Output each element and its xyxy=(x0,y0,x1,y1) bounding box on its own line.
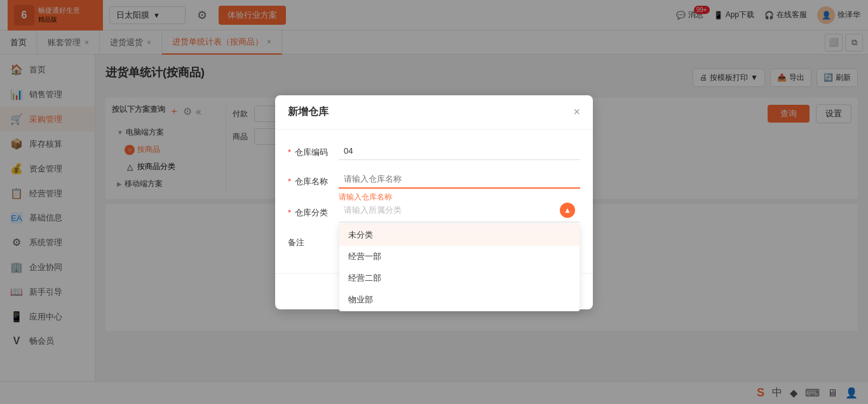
dropdown-item-property[interactable]: 物业部 xyxy=(339,289,580,311)
select-up-arrow-icon: ▲ xyxy=(560,203,575,218)
form-row-code: * 仓库编码 xyxy=(288,142,580,160)
modal-body: * 仓库编码 * 仓库名称 请输入仓库名称 xyxy=(275,130,593,273)
category-field-label: * 仓库分类 xyxy=(288,203,339,219)
warehouse-name-input[interactable] xyxy=(339,170,580,189)
category-select-trigger[interactable]: 请输入所属分类 ▲ xyxy=(339,199,580,222)
dropdown-item-uncategorized[interactable]: 未分类 xyxy=(339,224,580,246)
dropdown-item-dept2[interactable]: 经营二部 xyxy=(339,267,580,289)
modal-close-button[interactable]: × xyxy=(573,105,580,119)
name-field-label: * 仓库名称 xyxy=(288,172,339,187)
modal-title: 新增仓库 xyxy=(288,105,329,119)
notes-field-label: 备注 xyxy=(288,232,339,248)
form-row-name: * 仓库名称 请输入仓库名称 xyxy=(288,170,580,189)
dropdown-item-dept1[interactable]: 经营一部 xyxy=(339,246,580,267)
warehouse-code-input[interactable] xyxy=(339,142,580,160)
form-row-category: * 仓库分类 请输入所属分类 ▲ 未分类 经营一部 经营二部 物业部 xyxy=(288,199,580,222)
code-field-label: * 仓库编码 xyxy=(288,142,339,158)
modal-new-warehouse: 新增仓库 × * 仓库编码 * 仓库名称 xyxy=(275,95,593,309)
category-dropdown-list: 未分类 经营一部 经营二部 物业部 xyxy=(339,224,580,311)
category-placeholder: 请输入所属分类 xyxy=(344,205,402,216)
modal-header: 新增仓库 × xyxy=(275,95,593,130)
modal-overlay: 新增仓库 × * 仓库编码 * 仓库名称 xyxy=(0,0,868,404)
